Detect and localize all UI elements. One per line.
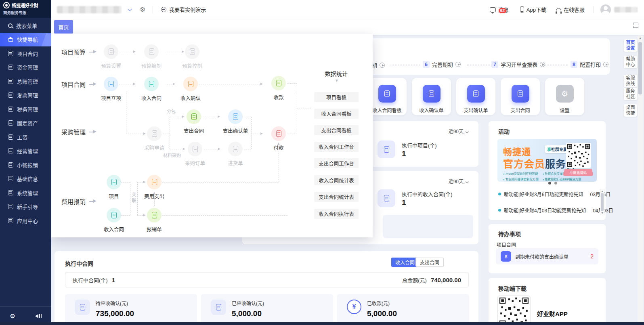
received-value: 5,000.00 <box>367 309 397 318</box>
stat-btn-expense-contract-board[interactable]: 支出合同看板 <box>314 125 359 135</box>
sidebar-item-fixed-assets[interactable]: 固定资产 <box>0 116 51 130</box>
income-contract-toggle[interactable]: 收入合同 <box>391 258 419 267</box>
cash-box-icon <box>271 76 286 90</box>
divider <box>594 6 594 13</box>
sidebar-item-salary[interactable]: 工资 <box>0 130 51 144</box>
stat-btn-income-execution[interactable]: 收入合同执行表 <box>314 209 359 219</box>
sidebar-item-ledger[interactable]: 总账管理 <box>0 74 51 88</box>
expense-contract-toggle[interactable]: 支出合同 <box>415 258 444 267</box>
news-scrollbar[interactable]: ▲▼ <box>600 189 604 215</box>
flow-node-expense-contract[interactable]: 支出合同 <box>179 109 208 134</box>
fullscreen-icon[interactable] <box>633 23 638 28</box>
flow-node-income-contract[interactable]: 收入合同 <box>137 77 166 102</box>
demo-link[interactable]: 我要看实例演示 <box>169 6 206 13</box>
sidebar-item-base-info[interactable]: 基础信息 <box>0 172 51 186</box>
step-8[interactable]: 8 配置打印 <box>571 61 608 68</box>
sidebar-item-quick-nav[interactable]: 快捷导航 <box>0 33 51 47</box>
activity-panel: 活动 畅捷通 享享社群专属权益社群专属权益 官方会员服务群 7×15h资深顾问在… <box>489 121 606 220</box>
play-icon[interactable] <box>455 62 461 67</box>
reimburse-icon <box>8 162 13 168</box>
flow-node-income-confirm[interactable]: 收入确认 <box>176 77 205 102</box>
stat-btn-income-workbench[interactable]: 收入合同工作台 <box>314 142 359 152</box>
app-download-button[interactable]: App下载 <box>520 6 546 13</box>
sidebar-item-tax[interactable]: 税务管理 <box>0 102 51 116</box>
user-avatar[interactable] <box>600 4 611 15</box>
collapse-sidebar-icon[interactable] <box>35 314 42 318</box>
sidebar-item-reimburse[interactable]: 小畅报销 <box>0 158 51 172</box>
tab-home[interactable]: 首页 <box>54 20 73 34</box>
stat-btn-income-report[interactable]: 收入合同统计表 <box>314 175 359 185</box>
page-scrollbar[interactable]: ▲ <box>638 36 643 322</box>
rail-tab-help-center[interactable]: 帮助中心 <box>624 56 637 68</box>
sidebar-item-system[interactable]: 系统管理 <box>0 186 51 200</box>
sidebar-item-operations[interactable]: 经营管理 <box>0 144 51 158</box>
stat-btn-project-board[interactable]: 项目看板 <box>314 92 359 102</box>
play-icon[interactable] <box>603 62 608 67</box>
company-name-redacted[interactable] <box>57 6 122 13</box>
rail-tab-service-hotline[interactable]: 客服热线 <box>624 75 637 87</box>
yen-doc-icon <box>185 44 199 59</box>
sidebar-item-project-contract[interactable]: 项目合同 <box>0 46 51 61</box>
messages-button[interactable]: 消息 62 <box>490 6 509 13</box>
todo-item-overdue-expense[interactable]: ¥ 到期未付款的支出确认单 2 <box>496 248 598 264</box>
step-5-fragment[interactable]: 期 <box>372 61 385 69</box>
sidebar-item-guide[interactable]: 新手引导 <box>0 200 51 214</box>
flow-node-reimburse-form[interactable]: 报销单 <box>140 208 169 233</box>
flow-node-project[interactable]: 项目 <box>99 175 128 200</box>
news-item[interactable]: 新功能|好业财3月6日功能更新抢先知 03月06日 <box>498 191 610 197</box>
rail-tab-service-community[interactable]: 服务社区 <box>624 88 637 100</box>
member-group-banner[interactable]: 畅捷通 享享社群专属权益社群专属权益 官方会员服务群 7×15h资深顾问在线答疑… <box>497 139 597 182</box>
rail-tab-desktop-shortcut[interactable]: 桌面快捷 <box>624 104 637 117</box>
account-settings-gear-icon[interactable]: ⚙ <box>140 6 145 13</box>
rail-tab-home-settings[interactable]: 首页设置 <box>624 39 637 52</box>
scrollbar-thumb[interactable] <box>638 42 642 94</box>
play-icon[interactable] <box>380 63 385 68</box>
phone-icon <box>520 6 524 13</box>
settings-gear-icon[interactable]: ⚙ <box>10 313 15 319</box>
flow-row-expense: 费用报销 <box>61 197 96 205</box>
calculator-check-icon <box>467 85 485 103</box>
sidebar-item-app-center[interactable]: 应用中心 <box>0 214 51 228</box>
carousel-dot-active[interactable] <box>548 182 551 185</box>
flow-connector <box>170 149 185 149</box>
range-dropdown[interactable]: 近90天 <box>449 178 468 185</box>
flow-node-purchase-order[interactable]: 采购订单 <box>180 142 210 167</box>
news-item[interactable]: 新功能|好业财4月03日功能更新抢先知 04月03日 <box>498 207 613 214</box>
flow-node-project-init[interactable]: 项目立项 <box>96 77 126 102</box>
shortcut-expense-confirm[interactable]: 支出确认单 <box>456 78 495 115</box>
running-income-contracts-value: 1 <box>402 198 406 207</box>
online-service-button[interactable]: 在线客服 <box>556 6 585 13</box>
carousel-dot[interactable] <box>554 182 557 185</box>
flow-connector <box>126 91 126 134</box>
flow-node-budget-setup[interactable]: 预算设置 <box>96 44 126 69</box>
shortcut-expense-contract[interactable]: 支出合同 <box>501 78 540 115</box>
chevron-down-icon[interactable] <box>128 7 132 11</box>
flow-node-purchase-request[interactable]: 采购申请 <box>140 126 169 151</box>
flow-node-budget-edit[interactable]: 预算编制 <box>137 44 166 69</box>
stat-btn-expense-workbench[interactable]: 支出合同工作台 <box>314 158 359 168</box>
step-6[interactable]: 6 完善期初 <box>423 61 461 68</box>
shortcut-settings[interactable]: ⚙ 设置 <box>545 78 584 115</box>
stat-btn-income-contract-board[interactable]: 收入合同看板 <box>314 109 359 119</box>
flow-node-budget-control[interactable]: 预算控制 <box>178 44 207 69</box>
banner-qr-code <box>566 143 591 168</box>
shortcut-income-confirm[interactable]: 收入确认单 <box>412 78 451 115</box>
flow-connector <box>167 84 175 84</box>
sidebar-item-funds[interactable]: 资金管理 <box>0 61 51 75</box>
row-arrow-icon <box>89 130 96 134</box>
range-dropdown[interactable]: 近90天 <box>449 128 468 134</box>
flow-node-goods-receipt[interactable]: 进货单 <box>221 142 250 167</box>
flow-node-income-contract-2[interactable]: 收入合同 <box>99 208 128 233</box>
stat-btn-expense-report[interactable]: 支出合同统计表 <box>314 192 359 202</box>
sidebar-item-invoice[interactable]: 发票管理 <box>0 88 51 103</box>
scroll-up-arrow[interactable]: ▲ <box>638 36 643 40</box>
step-7[interactable]: 7 学习开单查报表 <box>491 61 545 68</box>
row-arrow-icon <box>89 82 96 86</box>
flow-node-expense-confirm[interactable]: 支出确认单 <box>221 109 250 134</box>
shortcut-income-contract-board[interactable]: 收入合同看板 <box>367 78 407 115</box>
flow-node-receipt[interactable]: 收款 <box>264 76 293 101</box>
app-center-icon <box>8 218 13 223</box>
sidebar-item-search-menu[interactable]: 搜索菜单 <box>0 19 51 33</box>
brand-name: 畅捷通好业财 <box>12 2 38 8</box>
flow-connector <box>119 52 135 52</box>
